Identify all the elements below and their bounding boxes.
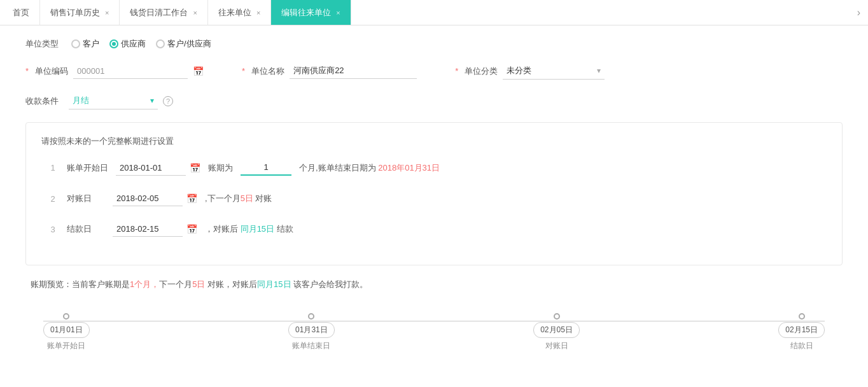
- radio-supplier[interactable]: 供应商: [109, 38, 146, 50]
- tab-partner[interactable]: 往来单位 ×: [208, 0, 271, 25]
- preview-period: 1个月，: [130, 279, 159, 289]
- unit-info-row: * 单位编码 📅 * 单位名称 * 单位分类 未分类 ▾: [25, 62, 843, 80]
- tab-bar: 首页 销售订单历史 × 钱货日清工作台 × 往来单位 × 编辑往来单位 × ›: [0, 0, 868, 25]
- radio-both-label: 客户/供应商: [167, 38, 211, 50]
- period-label-3: 结款日: [67, 223, 105, 235]
- payment-terms-select[interactable]: 月结 ▾: [69, 92, 158, 109]
- period-suffix-3: ，对账后 同月15日 结款: [205, 223, 293, 235]
- tab-edit-partner-close[interactable]: ×: [336, 9, 340, 17]
- timeline-point-3: 02月05日 对账日: [533, 313, 580, 351]
- start-date-input[interactable]: [116, 160, 186, 176]
- preview-text: 账期预览：当前客户账期是1个月，下一个月5日 对账，对账后同月15日 该客户会给…: [31, 278, 837, 292]
- period-label-1: 账单开始日: [67, 162, 108, 174]
- timeline-badge-4: 02月15日: [778, 322, 825, 338]
- timeline-label-2: 账单结束日: [292, 341, 330, 351]
- timeline-dot-3: [554, 313, 560, 320]
- category-required: *: [455, 66, 458, 76]
- radio-supplier-circle: [109, 39, 118, 48]
- timeline-badge-1: 01月01日: [43, 322, 90, 338]
- preview-section: 账期预览：当前客户账期是1个月，下一个月5日 对账，对账后同月15日 该客户会给…: [25, 278, 843, 358]
- timeline-point-2: 01月31日 账单结束日: [288, 313, 335, 351]
- payment-day-highlight: 同月15日: [241, 224, 274, 234]
- radio-customer[interactable]: 客户: [71, 38, 99, 50]
- tab-partner-close[interactable]: ×: [256, 9, 260, 17]
- date-input-wrap-1: 📅: [116, 160, 200, 176]
- timeline-label-1: 账单开始日: [47, 341, 85, 351]
- timeline-badge-3: 02月05日: [533, 322, 580, 338]
- calendar-icon-2[interactable]: 📅: [186, 194, 197, 204]
- tab-cash-work-label: 钱货日清工作台: [130, 7, 188, 18]
- tab-sales-history[interactable]: 销售订单历史 ×: [40, 0, 120, 25]
- period-row-1: 1 账单开始日 📅 账期为 个月,账单结束日期为 2018年01月31日: [41, 160, 827, 176]
- timeline-point-4: 02月15日 结款日: [778, 313, 825, 351]
- date-input-wrap-3: 📅: [113, 222, 197, 237]
- copy-icon[interactable]: 📅: [193, 66, 204, 76]
- tab-edit-partner[interactable]: 编辑往来单位 ×: [271, 0, 351, 25]
- unit-type-label: 单位类型: [25, 38, 59, 50]
- tab-cash-work[interactable]: 钱货日清工作台 ×: [120, 0, 207, 25]
- unit-type-field: 单位类型: [25, 38, 59, 50]
- period-label-2: 对账日: [67, 193, 105, 204]
- date-input-wrap-2: 📅: [113, 191, 197, 206]
- category-chevron-icon: ▾: [597, 66, 601, 75]
- unit-code-input[interactable]: [73, 64, 188, 79]
- period-row-2: 2 对账日 📅 ,下一个月5日 对账: [41, 191, 827, 206]
- radio-supplier-label: 供应商: [121, 38, 146, 50]
- radio-both[interactable]: 客户/供应商: [156, 38, 211, 50]
- payment-terms-value: 月结: [73, 95, 148, 106]
- card-title: 请按照未来的一个完整帐期进行设置: [41, 136, 827, 147]
- unit-category-select[interactable]: 未分类 ▾: [503, 62, 605, 80]
- tab-cash-work-close[interactable]: ×: [193, 9, 197, 17]
- payment-terms-row: 收款条件 月结 ▾ ?: [25, 92, 843, 109]
- timeline-label-3: 对账日: [545, 341, 568, 351]
- end-date-highlight: 2018年01月31日: [378, 163, 440, 172]
- tab-home[interactable]: 首页: [0, 0, 40, 25]
- payment-terms-label: 收款条件: [25, 95, 59, 107]
- radio-both-circle: [156, 39, 165, 48]
- unit-category-value: 未分类: [507, 65, 594, 76]
- unit-name-label: 单位名称: [251, 66, 284, 77]
- preview-reconcile: 5日: [192, 279, 205, 289]
- period-settings-card: 请按照未来的一个完整帐期进行设置 1 账单开始日 📅 账期为 个月,账单结束日期…: [25, 122, 843, 265]
- timeline-badge-2: 01月31日: [288, 322, 335, 338]
- radio-customer-label: 客户: [83, 38, 99, 50]
- tab-sales-history-close[interactable]: ×: [105, 9, 109, 17]
- payment-terms-field: 收款条件 月结 ▾ ?: [25, 92, 173, 109]
- period-row-3: 3 结款日 📅 ，对账后 同月15日 结款: [41, 222, 827, 237]
- timeline-line: [43, 321, 825, 321]
- calendar-icon-1[interactable]: 📅: [190, 163, 200, 173]
- period-suffix-post-1: 个月,账单结束日期为 2018年01月31日: [299, 162, 440, 174]
- preview-reconcile-pre: 下一个月: [159, 279, 192, 289]
- unit-code-field: * 单位编码 📅: [25, 64, 204, 79]
- preview-prefix: 账期预览：当前客户账期是: [31, 279, 130, 289]
- unit-name-field: * 单位名称: [242, 64, 417, 79]
- unit-code-label: 单位编码: [35, 66, 68, 77]
- timeline: 01月01日 账单开始日 01月31日 账单结束日 02月05日 对账日: [31, 307, 837, 358]
- calendar-icon-3[interactable]: 📅: [186, 224, 197, 234]
- payment-terms-chevron-icon: ▾: [150, 96, 154, 105]
- tab-partner-label: 往来单位: [218, 7, 251, 18]
- unit-category-field: * 单位分类 未分类 ▾: [455, 62, 605, 80]
- period-suffix-pre-1: 账期为: [208, 162, 233, 174]
- tab-sales-history-label: 销售订单历史: [50, 7, 100, 18]
- payment-date-input[interactable]: [113, 222, 183, 237]
- timeline-dot-1: [63, 313, 69, 320]
- help-icon[interactable]: ?: [163, 96, 173, 106]
- preview-suffix: 该客户会给我打款。: [291, 279, 368, 289]
- radio-customer-circle: [71, 39, 80, 48]
- code-required: *: [25, 66, 29, 76]
- unit-category-label: 单位分类: [465, 66, 498, 77]
- tab-more-arrow[interactable]: ›: [850, 0, 868, 25]
- preview-payment: 同月15日: [257, 279, 291, 289]
- timeline-point-1: 01月01日 账单开始日: [43, 313, 90, 351]
- unit-name-input[interactable]: [290, 64, 417, 79]
- period-months-input[interactable]: [241, 160, 291, 176]
- name-required: *: [242, 66, 245, 76]
- reconcile-date-input[interactable]: [113, 191, 183, 206]
- timeline-dot-4: [799, 313, 805, 320]
- tab-edit-partner-label: 编辑往来单位: [281, 7, 331, 18]
- period-num-1: 1: [46, 163, 59, 172]
- reconcile-day-highlight: 5日: [241, 194, 253, 203]
- unit-type-row: 单位类型 客户 供应商 客户/供应商: [25, 38, 843, 50]
- period-num-2: 2: [46, 194, 59, 204]
